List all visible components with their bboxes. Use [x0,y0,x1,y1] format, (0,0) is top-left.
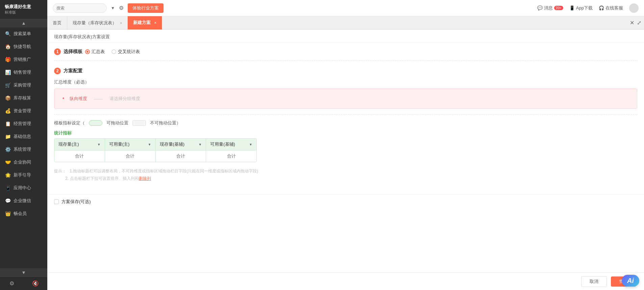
tab-label-new-scheme: 新建方案 [133,20,151,26]
non-draggable-label: 不可拖动位置） [150,120,181,126]
non-draggable-indicator [132,120,146,126]
sound-button[interactable]: 🔇 [24,277,47,290]
cell-value-3: 合计 [227,153,236,159]
gear-icon[interactable]: ⚙ [119,5,124,11]
finance-icon: 💰 [5,108,11,114]
sidebar-scroll-down[interactable]: ▼ [0,268,47,276]
sidebar-item-label-inventory: 库存核算 [14,95,31,101]
col-label-2: 现存量(基辅) [160,141,185,147]
sidebar-item-label-app-center: 应用中心 [14,185,31,191]
phone-icon: 📱 [569,5,575,10]
close-panel-button[interactable]: ✕ [630,20,634,26]
settings-button[interactable]: ⚙ [0,277,24,290]
sidebar-item-operations[interactable]: 📋经营管理 [0,117,47,130]
sidebar-item-member[interactable]: 👑畅会员 [0,207,47,220]
col-chevron-2[interactable]: ▼ [198,143,202,146]
sidebar-scroll-up[interactable]: ▲ [0,19,47,27]
draggable-indicator [89,120,102,126]
save-checkbox[interactable] [54,199,59,204]
spacer [47,209,644,214]
user-avatar-item[interactable] [629,3,639,13]
quick-nav-icon: 🏠 [5,44,11,50]
tips-title-label: 提示： [54,169,69,173]
tips-line2-text: 2. 点击标题栏下拉可设置排序、插入列和删除列 [65,176,151,181]
sidebar-item-label-operations: 经营管理 [14,121,31,127]
col-label-1: 可用量(主) [109,141,130,147]
stats-header-cell-2[interactable]: 现存量(基辅)▼ [156,139,206,150]
required-mark: * [63,96,64,101]
stats-body-cell-3: 合计 [206,150,256,162]
stats-header-cell-1[interactable]: 可用量(主)▼ [105,139,156,150]
radio-cross[interactable]: 交叉统计表 [112,49,140,55]
avatar [629,3,639,13]
sidebar-item-quick-nav[interactable]: 🏠快捷导航 [0,40,47,53]
save-row: 方案保存(可选) [47,194,644,209]
stats-table-body: 合计合计合计合计 [54,150,256,162]
tab-home[interactable]: 首页 [47,16,67,29]
main-area: ▼ ⚙ 体验行业方案 💬 消息 99+ 📱 App下载 🎧 在线客服 [47,0,644,290]
message-badge: 99+ [554,6,563,10]
step2-block: 2 方案配置 汇总维度（必选） * 纵向维度 —— 请选择分组维度 [54,68,637,182]
stats-header-cell-3[interactable]: 可用量(基辅)▼ [206,139,256,150]
template-radio-group: 汇总表 交叉统计表 [85,49,140,55]
online-service-item[interactable]: 🎧 在线客服 [599,5,623,11]
tips-line2-row: 2. 点击标题栏下拉可设置排序、插入列和删除列 [54,175,637,183]
app-download-item[interactable]: 📱 App下载 [569,5,593,11]
tab-new-scheme[interactable]: 新建方案× [128,16,162,29]
search-input[interactable] [53,3,107,13]
tab-inventory-status[interactable]: 现存量（库存状况表）× [67,16,128,29]
expand-panel-button[interactable]: ⤢ [637,20,641,26]
cell-value-1: 合计 [126,153,134,159]
col-chevron-1[interactable]: ▼ [148,143,151,146]
app-center-icon: 📱 [5,185,11,191]
sidebar-item-inventory[interactable]: 📦库存核算 [0,92,47,104]
radio-summary-label: 汇总表 [92,49,105,55]
step2-divider [54,114,637,115]
sidebar-item-system[interactable]: ⚙️系统管理 [0,143,47,156]
sidebar-item-label-quick-nav: 快捷导航 [14,44,31,50]
col-chevron-3[interactable]: ▼ [249,143,252,146]
sidebar-item-enterprise[interactable]: 🤝企业协同 [0,156,47,169]
cancel-button[interactable]: 取消 [581,276,607,287]
sidebar-item-new-guide[interactable]: 🌟新手引导 [0,169,47,182]
trial-button[interactable]: 体验行业方案 [128,3,164,13]
step1-title: 1 选择模板 汇总表 交叉统计表 [54,48,637,55]
tab-label-inventory-status: 现存量（库存状况表） [73,20,117,26]
step1-label: 选择模板 [64,49,82,55]
sidebar-item-purchase[interactable]: 🛒采购管理 [0,79,47,92]
tabbar-actions: ✕ ⤢ [627,16,644,29]
indicator-label-row: 模板指标设定（ 可拖动位置 不可拖动位置） [54,120,637,126]
sales-icon: 📊 [5,69,11,75]
tab-close-inventory-status[interactable]: × [120,21,122,25]
sidebar-item-sales[interactable]: 📊销售管理 [0,66,47,79]
sidebar-item-basic-info[interactable]: 📁基础信息 [0,130,47,143]
ai-fab-button[interactable]: Ai [622,275,639,287]
scheme-section: 1 选择模板 汇总表 交叉统计表 [47,43,644,194]
sidebar-item-app-center[interactable]: 📱应用中心 [0,182,47,194]
dropdown-arrow-icon: ▼ [111,6,115,10]
message-item[interactable]: 💬 消息 99+ [537,5,563,11]
basic-info-icon: 📁 [5,134,11,140]
col-chevron-0[interactable]: ▼ [97,143,101,146]
tips-title: 提示： 1.拖动标题栏可以调整布局，不可跨维度或指标区域拖动栏目字段(只能在同一… [54,168,637,175]
dash: —— [94,96,103,101]
page-header: 现存量(库存状况表)方案设置 [47,30,644,43]
sidebar-item-label-search-menu: 搜索菜单 [14,31,31,37]
sidebar-item-finance[interactable]: 💰资金管理 [0,104,47,117]
app-edition: 标准版 [5,10,43,15]
topbar-dropdown[interactable]: ▼ [111,6,115,10]
sidebar-item-enterprise-wechat[interactable]: 💬企业微信 [0,194,47,207]
step1-badge: 1 [54,48,61,55]
stats-header-cell-0[interactable]: 现存量(主)▼ [54,139,105,150]
indicator-settings: 模板指标设定（ 可拖动位置 不可拖动位置） 统计指标 现存量(主)▼可用量(主)… [54,120,637,162]
sidebar-item-search-menu[interactable]: 🔍搜索菜单 [0,27,47,40]
tab-close-new-scheme[interactable]: × [154,21,156,25]
step2-title: 2 方案配置 [54,68,637,74]
delete-col-link[interactable]: 删除列 [139,176,151,181]
message-icon: 💬 [537,5,543,10]
sidebar-item-marketing[interactable]: 🎁营销推广 [0,53,47,66]
tabbar: 首页现存量（库存状况表）×新建方案× ✕ ⤢ [47,16,644,30]
radio-summary[interactable]: 汇总表 [85,49,105,55]
content-area: 现存量(库存状况表)方案设置 1 选择模板 汇总表 交叉统计表 [47,30,644,272]
stats-body-cell-2: 合计 [156,150,206,162]
